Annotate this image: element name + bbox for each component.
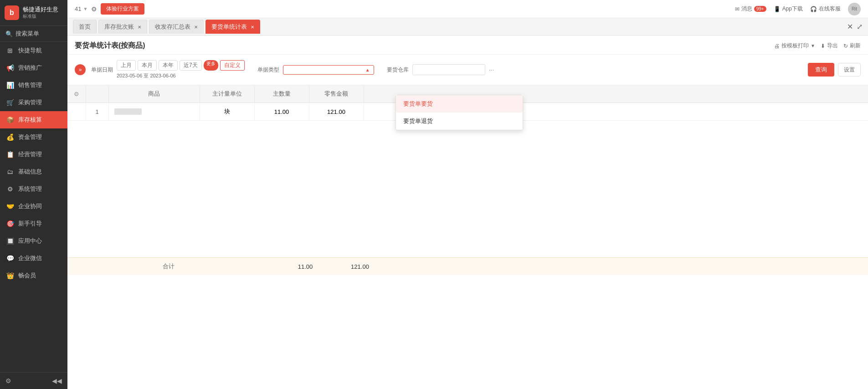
- date-range: 2023-05-06 至 2023-06-06: [117, 72, 245, 79]
- table-settings-icon[interactable]: ⚙: [74, 91, 79, 97]
- sidebar-search[interactable]: 🔍 搜索菜单: [0, 26, 67, 42]
- date-year-btn[interactable]: 本年: [159, 60, 178, 71]
- inventory-icon: 📦: [5, 116, 15, 123]
- sidebar-collapse-btn[interactable]: ◀◀: [52, 377, 62, 384]
- finance-icon: 💰: [5, 133, 15, 141]
- sidebar-footer: ⚙ ◀◀: [0, 372, 67, 389]
- header-store[interactable]: 41 ▼: [75, 5, 87, 12]
- refresh-icon: ↻: [843, 43, 848, 49]
- basic-icon: 🗂: [5, 168, 15, 175]
- purchase-icon: 🛒: [5, 99, 15, 106]
- system-icon: ⚙: [5, 185, 15, 193]
- footer-total-label: 合计: [114, 262, 223, 271]
- trial-btn[interactable]: 体验行业方案: [101, 3, 144, 15]
- sidebar-item-label: 营销推广: [18, 64, 42, 72]
- tab-order-stats-close[interactable]: ✕: [251, 25, 254, 30]
- avatar[interactable]: Rit: [848, 3, 861, 15]
- type-input[interactable]: ▲: [283, 65, 374, 75]
- online-service-btn[interactable]: 🎧 在线客服: [810, 5, 841, 13]
- sidebar-item-wecom[interactable]: 💬 企业微信: [0, 250, 67, 267]
- row-quantity: 11.00: [254, 103, 309, 121]
- footer-total-quantity: 11.00: [278, 263, 333, 270]
- messages-badge: 99+: [754, 6, 766, 12]
- date-more-badge: 更多: [204, 60, 218, 71]
- sidebar-item-label: 快捷导航: [18, 46, 42, 55]
- filter-expand-btn[interactable]: »: [75, 64, 86, 75]
- top-header: 41 ▼ ⚙ 体验行业方案 ✉ 消息 99+ 📱 App下载 🎧 在线客服 Ri…: [67, 0, 868, 18]
- vip-icon: 👑: [5, 272, 15, 279]
- avatar-text: Rit: [852, 6, 857, 11]
- wecom-icon: 💬: [5, 255, 15, 262]
- online-service-label: 在线客服: [819, 5, 841, 13]
- close-all-btn[interactable]: ✕: [847, 22, 853, 31]
- warehouse-filter-group: 要货仓库 ···: [387, 64, 494, 75]
- date-prev-btn[interactable]: 上月: [117, 60, 136, 71]
- sidebar-item-label: 企业协同: [18, 202, 42, 210]
- header-settings-icon[interactable]: ⚙: [91, 5, 97, 13]
- store-chevron-icon: ▼: [83, 6, 87, 11]
- sidebar-item-basic[interactable]: 🗂 基础信息: [0, 163, 67, 180]
- maximize-btn[interactable]: ⤢: [857, 22, 863, 31]
- row-product: [108, 103, 200, 121]
- tab-home[interactable]: 首页: [73, 20, 97, 34]
- sidebar-item-label: 销售管理: [18, 81, 42, 89]
- sidebar-item-label: 畅会员: [18, 271, 36, 280]
- dropdown-item-order-label: 要货单要货: [403, 100, 433, 107]
- date-7days-btn[interactable]: 近7天: [180, 60, 202, 71]
- warehouse-input[interactable]: [412, 64, 485, 75]
- sidebar-item-purchase[interactable]: 🛒 采购管理: [0, 94, 67, 111]
- date-cur-btn[interactable]: 本月: [138, 60, 157, 71]
- messages-icon: ✉: [735, 6, 740, 12]
- tab-recv-summary-close[interactable]: ✕: [194, 25, 198, 30]
- page-content: 要货单统计表(按商品) 🖨 按模板打印 ▼ ⬇ 导出 ↻ 刷新: [67, 36, 868, 389]
- sidebar-item-quick-nav[interactable]: ⊞ 快捷导航: [0, 42, 67, 59]
- sidebar-item-enterprise[interactable]: 🤝 企业协同: [0, 198, 67, 215]
- col-product: 商品: [108, 85, 200, 103]
- messages-btn[interactable]: ✉ 消息 99+: [735, 5, 766, 13]
- dropdown-item-return[interactable]: 要货单退货: [396, 113, 523, 130]
- sidebar-item-finance[interactable]: 💰 资金管理: [0, 128, 67, 146]
- sidebar-item-sales[interactable]: 📊 销售管理: [0, 77, 67, 94]
- marketing-icon: 📢: [5, 64, 15, 72]
- sidebar-item-operations[interactable]: 📋 经营管理: [0, 146, 67, 163]
- query-btn[interactable]: 查询: [808, 63, 834, 77]
- date-custom-btn[interactable]: 自定义: [220, 60, 245, 71]
- sidebar-item-marketing[interactable]: 📢 营销推广: [0, 59, 67, 77]
- refresh-btn[interactable]: ↻ 刷新: [843, 42, 861, 50]
- filter-area: » 单据日期 上月 本月 本年 近7天 更多 自定义 2023-05-06 至 …: [67, 55, 868, 85]
- page-header: 要货单统计表(按商品) 🖨 按模板打印 ▼ ⬇ 导出 ↻ 刷新: [67, 36, 868, 55]
- print-chevron-icon: ▼: [811, 43, 815, 48]
- tab-inventory-batch-close[interactable]: ✕: [138, 25, 141, 30]
- row-settings-cell: [67, 103, 86, 121]
- sidebar-item-label: 采购管理: [18, 98, 42, 107]
- tab-recv-summary[interactable]: 收发存汇总表 ✕: [149, 20, 204, 34]
- app-download-icon: 📱: [774, 6, 781, 12]
- tab-order-stats[interactable]: 要货单统计表 ✕: [205, 20, 260, 34]
- dropdown-item-order[interactable]: 要货单要货: [396, 95, 523, 113]
- sidebar-item-label: 资金管理: [18, 133, 42, 141]
- app-download-btn[interactable]: 📱 App下载: [774, 5, 803, 13]
- print-btn[interactable]: 🖨 按模板打印 ▼: [774, 42, 815, 50]
- type-label: 单据类型: [257, 66, 279, 74]
- store-id: 41: [75, 5, 81, 12]
- sidebar-item-inventory[interactable]: 📦 库存核算: [0, 111, 67, 128]
- sidebar-item-vip[interactable]: 👑 畅会员: [0, 267, 67, 284]
- col-amount: 零售金额: [309, 85, 364, 103]
- col-quantity: 主数量: [254, 85, 309, 103]
- filter-more-btn[interactable]: ···: [489, 66, 494, 73]
- appstore-icon: 🔲: [5, 237, 15, 245]
- refresh-label: 刷新: [850, 42, 861, 50]
- print-icon: 🖨: [774, 43, 780, 49]
- sidebar-settings-btn[interactable]: ⚙: [5, 377, 11, 384]
- sidebar-item-appstore[interactable]: 🔲 应用中心: [0, 232, 67, 250]
- operations-icon: 📋: [5, 151, 15, 158]
- filter-settings-btn[interactable]: 设置: [838, 63, 861, 77]
- sidebar-item-guide[interactable]: 🎯 新手引导: [0, 215, 67, 232]
- sidebar-item-system[interactable]: ⚙ 系统管理: [0, 180, 67, 198]
- online-service-icon: 🎧: [810, 6, 817, 12]
- export-btn[interactable]: ⬇ 导出: [821, 42, 838, 50]
- sidebar-item-label: 应用中心: [18, 237, 42, 245]
- tabs-bar: 首页 库存批次账 ✕ 收发存汇总表 ✕ 要货单统计表 ✕ ✕ ⤢: [67, 18, 868, 36]
- export-icon: ⬇: [821, 43, 825, 49]
- tab-inventory-batch[interactable]: 库存批次账 ✕: [98, 20, 147, 34]
